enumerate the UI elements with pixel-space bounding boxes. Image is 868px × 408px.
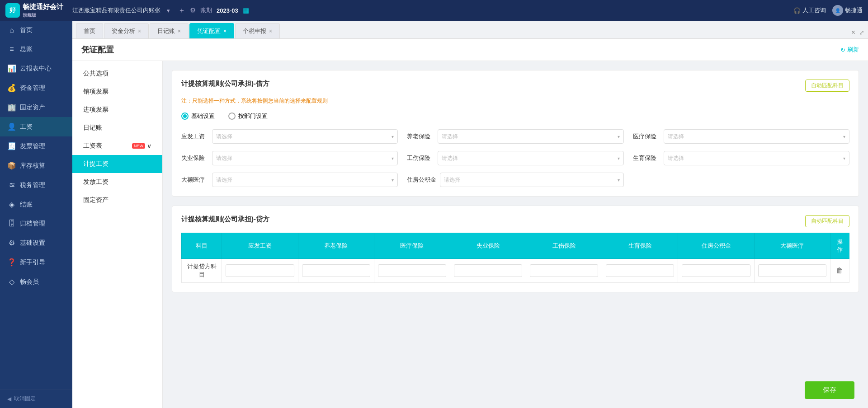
radio-dept[interactable]: 按部门设置 bbox=[228, 112, 268, 120]
main-layout: ⌂ 首页 ≡ 总账 📊 云报表中心 💰 资金管理 🏢 固定资产 👤 工资 🧾 发… bbox=[0, 21, 868, 408]
sidebar-item-inventory[interactable]: 📦 库存核算 bbox=[0, 156, 72, 175]
capital-icon: 💰 bbox=[7, 84, 16, 92]
select-yanglao-arrow: ▾ bbox=[618, 134, 620, 139]
select-gongshang[interactable]: 请选择 ▾ bbox=[438, 151, 623, 165]
sidebar-item-member[interactable]: ◇ 畅会员 bbox=[0, 272, 72, 291]
user-menu[interactable]: 👤 畅捷通 bbox=[832, 5, 863, 16]
left-nav-purchase[interactable]: 进项发票 bbox=[72, 101, 162, 119]
tab-voucher-close[interactable]: × bbox=[223, 28, 226, 34]
label-shengyu: 生育保险 bbox=[633, 154, 660, 162]
tab-capital-close[interactable]: × bbox=[138, 28, 141, 34]
input-credit-yingfa[interactable] bbox=[226, 264, 294, 277]
select-shengyu[interactable]: 请选择 ▾ bbox=[664, 151, 849, 165]
input-credit-yanglao[interactable] bbox=[302, 264, 370, 277]
sidebar-item-capital[interactable]: 💰 资金管理 bbox=[0, 78, 72, 98]
tab-tax-close[interactable]: × bbox=[269, 28, 272, 34]
select-yanglao[interactable]: 请选择 ▾ bbox=[438, 129, 623, 144]
credit-auto-match-button[interactable]: 自动匹配科目 bbox=[805, 215, 849, 227]
left-nav-public[interactable]: 公共选项 bbox=[72, 65, 162, 83]
select-gongshang-arrow: ▾ bbox=[618, 156, 620, 161]
sidebar-item-invoice[interactable]: 🧾 发票管理 bbox=[0, 136, 72, 156]
member-icon: ◇ bbox=[7, 277, 16, 286]
select-zhufang-placeholder: 请选择 bbox=[444, 176, 460, 184]
debit-section-header: 计提核算规则(公司承担)-借方 自动匹配科目 bbox=[181, 80, 849, 92]
two-col-layout: 公共选项 销项发票 进项发票 日记账 工资表 NEW ∨ 计提工资 发放工资 固… bbox=[72, 61, 868, 408]
input-credit-gongshang[interactable] bbox=[530, 264, 598, 277]
tab-journal[interactable]: 日记账 × bbox=[150, 23, 189, 38]
left-nav-sales[interactable]: 销项发票 bbox=[72, 83, 162, 101]
page-header: 凭证配置 ↻ 刷新 bbox=[72, 39, 868, 61]
consult-button[interactable]: 🎧 人工咨询 bbox=[793, 6, 826, 14]
tab-capital[interactable]: 资金分析 × bbox=[104, 23, 149, 38]
form-item-zhufang: 住房公积金 请选择 ▾ bbox=[407, 173, 623, 187]
sidebar-item-archive[interactable]: 🗄 归档管理 bbox=[0, 214, 72, 233]
form-item-gongshang: 工伤保险 请选择 ▾ bbox=[407, 151, 623, 165]
calendar-icon[interactable]: ▦ bbox=[243, 6, 249, 14]
sidebar-item-settings[interactable]: ⚙ 基础设置 bbox=[0, 233, 72, 253]
select-zhufang[interactable]: 请选择 ▾ bbox=[440, 173, 623, 187]
unpin-sidebar-button[interactable]: ◀ 取消固定 bbox=[0, 389, 72, 408]
archive-icon: 🗄 bbox=[7, 220, 16, 228]
left-nav-salary-table[interactable]: 工资表 NEW ∨ bbox=[72, 137, 162, 155]
input-credit-shengyu[interactable] bbox=[606, 264, 674, 277]
sidebar-label-inventory: 库存核算 bbox=[20, 162, 45, 170]
settings-icon[interactable]: ⚙ bbox=[190, 6, 196, 14]
company-dropdown-icon[interactable]: ▾ bbox=[167, 7, 170, 14]
tab-home-label: 首页 bbox=[84, 27, 95, 35]
sidebar-label-reports: 云报表中心 bbox=[20, 65, 52, 73]
salary-table-label: 工资表 bbox=[83, 142, 102, 150]
left-nav-salary-pay[interactable]: 发放工资 bbox=[72, 173, 162, 191]
col-gongshang: 工伤保险 bbox=[526, 233, 602, 259]
col-subject: 科目 bbox=[182, 233, 222, 259]
sidebar-item-guide[interactable]: ❓ 新手引导 bbox=[0, 253, 72, 272]
sidebar-item-salary[interactable]: 👤 工资 bbox=[0, 117, 72, 136]
select-dae[interactable]: 请选择 ▾ bbox=[212, 173, 398, 187]
expand-button[interactable]: ⤢ bbox=[859, 29, 864, 36]
sidebar-item-reports[interactable]: 📊 云报表中心 bbox=[0, 59, 72, 78]
select-shengyu-arrow: ▾ bbox=[843, 156, 845, 161]
select-yingfa[interactable]: 请选择 ▾ bbox=[212, 129, 398, 144]
sidebar-item-tax[interactable]: ≋ 税务管理 bbox=[0, 175, 72, 195]
tab-voucher[interactable]: 凭证配置 × bbox=[189, 23, 234, 38]
sidebar-item-close[interactable]: ◈ 结账 bbox=[0, 195, 72, 214]
select-yiliao[interactable]: 请选择 ▾ bbox=[664, 129, 849, 144]
select-shiye[interactable]: 请选择 ▾ bbox=[212, 151, 398, 165]
username: 畅捷通 bbox=[845, 6, 863, 14]
save-button[interactable]: 保存 bbox=[805, 381, 854, 399]
delete-row-button[interactable]: 🗑 bbox=[836, 267, 843, 274]
left-nav-journal[interactable]: 日记账 bbox=[72, 119, 162, 137]
debit-section: 计提核算规则(公司承担)-借方 自动匹配科目 注：只能选择一种方式，系统将按照您… bbox=[172, 70, 859, 197]
page-content: 凭证配置 ↻ 刷新 公共选项 销项发票 进项发票 日记账 工资表 NEW bbox=[72, 39, 868, 408]
sidebar-item-assets[interactable]: 🏢 固定资产 bbox=[0, 98, 72, 117]
form-item-dae: 大额医疗 请选择 ▾ bbox=[181, 173, 398, 187]
new-badge: NEW bbox=[132, 143, 145, 149]
add-account-button[interactable]: ＋ bbox=[178, 6, 185, 15]
left-nav-salary-accrual[interactable]: 计提工资 bbox=[72, 155, 162, 173]
debit-auto-match-button[interactable]: 自动匹配科目 bbox=[805, 80, 849, 92]
radio-basic[interactable]: 基础设置 bbox=[181, 112, 215, 120]
salary-table-meta: NEW ∨ bbox=[130, 142, 151, 150]
company-name: 江西服宝精品有限责任公司内账张 bbox=[72, 6, 160, 14]
input-credit-zhufang[interactable] bbox=[682, 264, 750, 277]
sidebar-label-member: 畅会员 bbox=[20, 278, 39, 286]
tab-journal-close[interactable]: × bbox=[178, 28, 181, 34]
gear-icon: ⚙ bbox=[7, 239, 16, 247]
tab-home[interactable]: 首页 bbox=[76, 23, 103, 38]
tab-tax[interactable]: 个税申报 × bbox=[235, 23, 280, 38]
close-tab-button[interactable]: × bbox=[851, 28, 855, 37]
sidebar-item-ledger[interactable]: ≡ 总账 bbox=[0, 40, 72, 59]
left-nav-fixed-assets[interactable]: 固定资产 bbox=[72, 191, 162, 209]
app-version: 旗舰版 bbox=[23, 12, 63, 19]
label-gongshang: 工伤保险 bbox=[407, 154, 434, 162]
form-item-yingfa: 应发工资 请选择 ▾ bbox=[181, 129, 398, 144]
input-credit-shiye[interactable] bbox=[454, 264, 522, 277]
cell-dae bbox=[754, 259, 830, 283]
credit-section: 计提核算规则(公司承担)-贷方 自动匹配科目 科目 应发工资 养老保险 医疗保险 bbox=[172, 206, 859, 292]
input-credit-dae[interactable] bbox=[758, 264, 826, 277]
input-credit-yiliao[interactable] bbox=[378, 264, 446, 277]
select-shiye-arrow: ▾ bbox=[392, 156, 394, 161]
tab-capital-label: 资金分析 bbox=[112, 27, 135, 35]
refresh-button[interactable]: ↻ 刷新 bbox=[840, 46, 859, 54]
sidebar-item-home[interactable]: ⌂ 首页 bbox=[0, 21, 72, 40]
logo-icon: 好 bbox=[5, 3, 20, 18]
